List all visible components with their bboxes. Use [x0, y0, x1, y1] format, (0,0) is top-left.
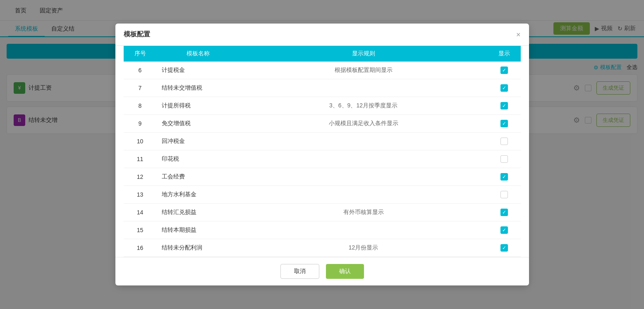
confirm-button[interactable]: 确认 — [326, 264, 364, 279]
table-row: 12工会经费✓ — [124, 168, 521, 186]
cell-rule — [239, 150, 488, 168]
config-table: 序号 模板名称 显示规则 显示 6计提税金根据模板配置期间显示✓7结转未交增值税… — [124, 46, 521, 257]
checkbox-checked-icon[interactable]: ✓ — [500, 209, 508, 216]
cancel-button[interactable]: 取消 — [280, 264, 319, 279]
close-button[interactable]: × — [516, 31, 521, 38]
cell-name: 免交增值税 — [157, 115, 239, 133]
cell-checkbox[interactable] — [488, 133, 521, 150]
table-row: 15结转本期损益✓ — [124, 221, 521, 239]
cell-checkbox[interactable]: ✓ — [488, 204, 521, 221]
cell-no: 16 — [124, 239, 157, 257]
cell-checkbox[interactable]: ✓ — [488, 62, 521, 79]
cell-rule — [239, 168, 488, 186]
table-body: 6计提税金根据模板配置期间显示✓7结转未交增值税✓8计提所得税3、6、9、12月… — [124, 62, 521, 257]
cell-rule: 有外币核算显示 — [239, 204, 488, 221]
checkbox-cell[interactable]: ✓ — [493, 120, 516, 127]
checkbox-checked-icon[interactable]: ✓ — [500, 226, 508, 234]
cell-name: 地方水利基金 — [157, 186, 239, 204]
cell-name: 工会经费 — [157, 168, 239, 186]
cell-name: 结转未交增值税 — [157, 79, 239, 97]
cell-checkbox[interactable] — [488, 186, 521, 204]
checkbox-unchecked[interactable] — [500, 191, 508, 198]
checkbox-cell[interactable]: ✓ — [493, 226, 516, 234]
col-header-no: 序号 — [124, 46, 157, 62]
cell-no: 10 — [124, 133, 157, 150]
cell-name: 结转本期损益 — [157, 221, 239, 239]
table-row: 6计提税金根据模板配置期间显示✓ — [124, 62, 521, 79]
table-row: 16结转未分配利润12月份显示✓ — [124, 239, 521, 257]
cell-no: 12 — [124, 168, 157, 186]
cell-no: 7 — [124, 79, 157, 97]
cell-name: 计提税金 — [157, 62, 239, 79]
checkbox-unchecked[interactable] — [500, 138, 508, 145]
cell-rule — [239, 133, 488, 150]
template-config-modal: 模板配置 × 序号 模板名称 显示规则 显示 6计提税金根据模板配置期间显示✓7… — [115, 24, 529, 285]
cell-name: 计提所得税 — [157, 97, 239, 115]
cell-no: 11 — [124, 150, 157, 168]
checkbox-checked-icon[interactable]: ✓ — [500, 244, 508, 252]
cell-checkbox[interactable]: ✓ — [488, 115, 521, 133]
table-row: 14结转汇兑损益有外币核算显示✓ — [124, 204, 521, 221]
cell-name: 结转未分配利润 — [157, 239, 239, 257]
table-row: 13地方水利基金 — [124, 186, 521, 204]
table-row: 10回冲税金 — [124, 133, 521, 150]
table-header-row: 序号 模板名称 显示规则 显示 — [124, 46, 521, 62]
cell-name: 结转汇兑损益 — [157, 204, 239, 221]
modal-header: 模板配置 × — [115, 24, 529, 46]
checkbox-checked-icon[interactable]: ✓ — [500, 84, 508, 92]
checkbox-cell[interactable]: ✓ — [493, 102, 516, 109]
cell-rule: 12月份显示 — [239, 239, 488, 257]
table-row: 9免交增值税小规模且满足收入条件显示✓ — [124, 115, 521, 133]
checkbox-checked-icon[interactable]: ✓ — [500, 173, 508, 181]
checkbox-checked-icon[interactable]: ✓ — [500, 67, 508, 74]
cell-no: 13 — [124, 186, 157, 204]
cell-checkbox[interactable]: ✓ — [488, 221, 521, 239]
checkbox-cell[interactable]: ✓ — [493, 84, 516, 92]
cell-rule — [239, 79, 488, 97]
table-row: 8计提所得税3、6、9、12月按季度显示✓ — [124, 97, 521, 115]
cell-name: 回冲税金 — [157, 133, 239, 150]
cell-checkbox[interactable]: ✓ — [488, 97, 521, 115]
cell-no: 15 — [124, 221, 157, 239]
checkbox-unchecked[interactable] — [500, 155, 508, 163]
cell-no: 9 — [124, 115, 157, 133]
cell-rule: 3、6、9、12月按季度显示 — [239, 97, 488, 115]
cell-name: 印花税 — [157, 150, 239, 168]
modal-overlay: 模板配置 × 序号 模板名称 显示规则 显示 6计提税金根据模板配置期间显示✓7… — [0, 0, 644, 309]
cell-checkbox[interactable]: ✓ — [488, 168, 521, 186]
checkbox-cell[interactable]: ✓ — [493, 209, 516, 216]
cell-rule: 根据模板配置期间显示 — [239, 62, 488, 79]
col-header-show: 显示 — [488, 46, 521, 62]
checkbox-cell[interactable] — [493, 191, 516, 198]
cell-checkbox[interactable] — [488, 150, 521, 168]
col-header-rule: 显示规则 — [239, 46, 488, 62]
checkbox-cell[interactable] — [493, 155, 516, 163]
checkbox-cell[interactable]: ✓ — [493, 67, 516, 74]
table-row: 11印花税 — [124, 150, 521, 168]
checkbox-checked-icon[interactable]: ✓ — [500, 102, 508, 109]
modal-title: 模板配置 — [124, 30, 150, 39]
cell-checkbox[interactable]: ✓ — [488, 79, 521, 97]
col-header-name: 模板名称 — [157, 46, 239, 62]
checkbox-checked-icon[interactable]: ✓ — [500, 120, 508, 127]
checkbox-cell[interactable]: ✓ — [493, 244, 516, 252]
cell-rule: 小规模且满足收入条件显示 — [239, 115, 488, 133]
cell-rule — [239, 186, 488, 204]
cell-checkbox[interactable]: ✓ — [488, 239, 521, 257]
cell-rule — [239, 221, 488, 239]
modal-footer: 取消 确认 — [115, 257, 529, 285]
modal-table-wrap: 序号 模板名称 显示规则 显示 6计提税金根据模板配置期间显示✓7结转未交增值税… — [115, 46, 529, 257]
cell-no: 8 — [124, 97, 157, 115]
checkbox-cell[interactable]: ✓ — [493, 173, 516, 181]
checkbox-cell[interactable] — [493, 138, 516, 145]
table-row: 7结转未交增值税✓ — [124, 79, 521, 97]
cell-no: 6 — [124, 62, 157, 79]
cell-no: 14 — [124, 204, 157, 221]
